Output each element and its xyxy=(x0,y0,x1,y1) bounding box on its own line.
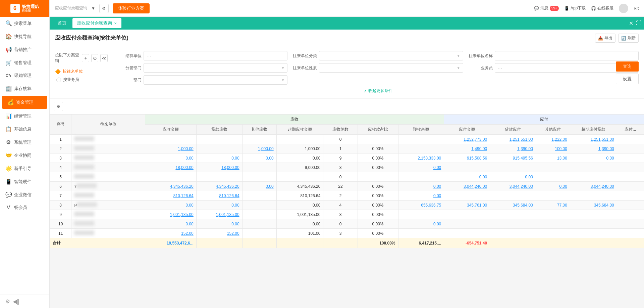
cell-other-receivable[interactable] xyxy=(242,219,276,229)
query-button[interactable]: 查询 xyxy=(616,61,639,72)
cell-overdue-payable[interactable] xyxy=(570,229,617,238)
cell-other-payable[interactable]: 100.00 xyxy=(536,144,570,153)
cell-other-payable[interactable] xyxy=(536,172,570,182)
sidebar-item-sales[interactable]: 🛒销售管理 xyxy=(0,56,49,69)
cell-receivable-amount[interactable] xyxy=(145,172,196,182)
export-btn[interactable]: 📤 导出 xyxy=(595,34,615,43)
settings-bottom-icon[interactable]: ⚙ xyxy=(5,298,10,305)
sidebar-item-quick-nav[interactable]: 🏠快捷导航 xyxy=(0,30,49,43)
app-download-btn[interactable]: 📱 App下载 xyxy=(564,5,586,11)
cell-loan-payable[interactable] xyxy=(490,219,536,229)
cell-payable-amount[interactable] xyxy=(444,163,490,172)
cell-other-receivable[interactable] xyxy=(242,210,276,219)
sidebar-item-marketing[interactable]: 📢营销推广 xyxy=(0,43,49,56)
sidebar-item-basic-info[interactable]: 📋基础信息 xyxy=(0,123,49,136)
cell-payable-amount[interactable] xyxy=(444,229,490,238)
sidebar-item-new-guide[interactable]: 🌟新手引导 xyxy=(0,162,49,175)
cell-advance-balance[interactable]: 0.00 xyxy=(398,219,444,229)
cell-loan-payable[interactable] xyxy=(490,191,536,201)
cell-loan-receivable[interactable]: 4,345,436.20 xyxy=(196,182,242,191)
cell-receivable-amount[interactable] xyxy=(145,135,196,144)
sidebar-item-search[interactable]: 🔍搜索菜单 xyxy=(0,17,49,30)
cell-loan-receivable[interactable]: 810,126.64 xyxy=(196,191,242,201)
cell-loan-payable[interactable] xyxy=(490,210,536,219)
cell-advance-balance[interactable] xyxy=(398,229,444,238)
sidebar-item-smart-hardware[interactable]: 📱智能硬件 xyxy=(0,175,49,188)
tab-close-window-icon[interactable]: ✕ xyxy=(629,20,633,27)
cell-overdue-payable[interactable] xyxy=(570,191,617,201)
input-unit-cat[interactable]: ▼ xyxy=(319,51,463,60)
cell-loan-payable[interactable]: 0.00 xyxy=(490,172,536,182)
sidebar-item-system[interactable]: ⚙系统管理 xyxy=(0,136,49,149)
cell-loan-receivable[interactable] xyxy=(196,144,242,153)
cell-other-payable[interactable] xyxy=(536,163,570,172)
cell-loan-receivable[interactable]: 0.00 xyxy=(196,201,242,210)
cell-other-payable[interactable] xyxy=(536,210,570,219)
sidebar-item-enterprise-collab[interactable]: 🤝企业协同 xyxy=(0,149,49,162)
table-settings-btn[interactable]: ⚙ xyxy=(54,102,63,111)
cell-payable-amount[interactable]: 915,508.56 xyxy=(444,153,490,163)
cell-loan-payable[interactable]: 345,684.00 xyxy=(490,201,536,210)
filter-settings-btn[interactable]: ⊙ xyxy=(91,54,99,62)
input-div-dept[interactable]: ▼ xyxy=(144,63,287,73)
setting-button[interactable]: 设置 xyxy=(616,74,639,84)
cell-advance-balance[interactable]: 655,636.75 xyxy=(398,201,444,210)
cell-loan-payable[interactable]: 3,044,240.00 xyxy=(490,182,536,191)
cell-receivable-amount[interactable]: 18,000.00 xyxy=(145,163,196,172)
cell-receivable-amount[interactable]: 1,000.00 xyxy=(145,144,196,153)
cell-overdue-payable[interactable] xyxy=(570,219,617,229)
cell-loan-receivable[interactable]: 1,001,135.00 xyxy=(196,210,242,219)
cell-payable-amount[interactable]: 1,252,773.00 xyxy=(444,135,490,144)
cell-payable-amount[interactable]: 3,044,240.00 xyxy=(444,182,490,191)
cell-payable-amount[interactable] xyxy=(444,219,490,229)
cell-advance-balance[interactable]: 2,153,333.00 xyxy=(398,153,444,163)
plan-button[interactable]: 体验行业方案 xyxy=(113,3,150,13)
input-unit-nature[interactable]: ▼ xyxy=(319,63,463,73)
cell-loan-receivable[interactable]: 0.00 xyxy=(196,219,242,229)
sidebar-item-finance[interactable]: 💰资金管理 xyxy=(2,96,47,109)
table-scroll-container[interactable]: 序号 往来单位 应收 应付 应收金额 贷款应收 其他应收 超期应收金额 应收笔数… xyxy=(50,114,644,248)
sidebar-item-member[interactable]: V畅会员 xyxy=(0,201,49,214)
cell-loan-payable[interactable] xyxy=(490,229,536,238)
cell-other-payable[interactable]: 13.00 xyxy=(536,153,570,163)
cell-payable-amount[interactable]: 0.00 xyxy=(444,172,490,182)
header-dropdown[interactable]: ▼ xyxy=(91,6,95,11)
collapse-icon[interactable]: ◀‖ xyxy=(13,298,19,305)
cell-other-receivable[interactable] xyxy=(242,229,276,238)
sidebar-item-enterprise-wechat[interactable]: 💬企业微信 xyxy=(0,188,49,201)
cell-other-receivable[interactable] xyxy=(242,191,276,201)
online-support-btn[interactable]: 🎧 在线客服 xyxy=(591,5,613,11)
cell-overdue-payable[interactable]: 0.00 xyxy=(570,153,617,163)
cell-other-receivable[interactable] xyxy=(242,172,276,182)
cell-other-receivable[interactable] xyxy=(242,201,276,210)
cell-other-receivable[interactable] xyxy=(242,135,276,144)
header-gear-btn[interactable]: ⚙ xyxy=(99,4,109,13)
cell-overdue-payable[interactable] xyxy=(570,210,617,219)
input-dept[interactable]: ▼ xyxy=(144,75,287,85)
cell-loan-receivable[interactable]: 152.00 xyxy=(196,229,242,238)
cell-loan-receivable[interactable]: 18,000.00 xyxy=(196,163,242,172)
cell-other-payable[interactable]: 77.00 xyxy=(536,201,570,210)
cell-advance-balance[interactable] xyxy=(398,135,444,144)
collapse-more-btn[interactable]: ∧ 收起更多条件 xyxy=(117,88,639,94)
cell-payable-amount[interactable]: 345,761.00 xyxy=(444,201,490,210)
cell-other-payable[interactable]: 0.00 xyxy=(536,182,570,191)
input-unit-name[interactable] xyxy=(495,51,639,60)
cell-advance-balance[interactable]: 0.00 xyxy=(398,163,444,172)
cell-payable-amount[interactable] xyxy=(444,210,490,219)
cell-receivable-amount[interactable]: 1,001,135.00 xyxy=(145,210,196,219)
cell-other-payable[interactable] xyxy=(536,229,570,238)
cell-receivable-amount[interactable]: 810,126.64 xyxy=(145,191,196,201)
cell-other-payable[interactable]: 1,222.00 xyxy=(536,135,570,144)
cell-other-receivable[interactable] xyxy=(242,163,276,172)
cell-advance-balance[interactable]: 0.00 xyxy=(398,191,444,201)
cell-receivable-amount[interactable]: 0.00 xyxy=(145,219,196,229)
cell-other-payable[interactable] xyxy=(536,191,570,201)
filter-collapse-btn[interactable]: ≪ xyxy=(100,54,108,62)
cell-advance-balance[interactable] xyxy=(398,172,444,182)
tab-close-icon[interactable]: ✕ xyxy=(114,21,117,25)
cell-other-receivable[interactable]: 0.00 xyxy=(242,182,276,191)
cell-overdue-payable[interactable]: 1,390.00 xyxy=(570,144,617,153)
cell-loan-receivable[interactable] xyxy=(196,172,242,182)
filter-by-unit[interactable]: 🔶 按往来单位 xyxy=(55,67,108,76)
